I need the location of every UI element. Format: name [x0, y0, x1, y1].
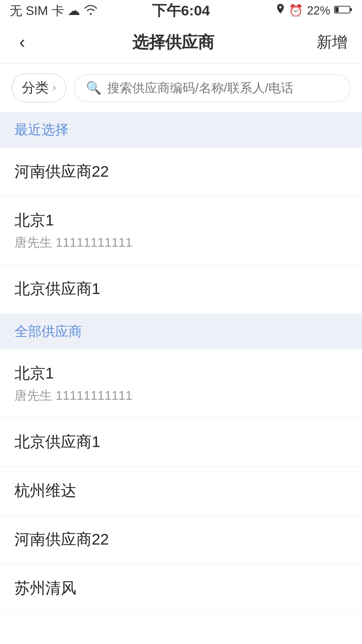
supplier-name: 河南供应商22 — [14, 529, 348, 550]
category-label: 分类 — [22, 79, 49, 97]
wifi-icon — [84, 3, 97, 18]
list-item[interactable]: 苏州清风 — [0, 564, 362, 613]
supplier-name: 北京供应商1 — [14, 279, 348, 300]
status-time: 下午6:04 — [152, 1, 210, 21]
supplier-name: 河南供应商22 — [14, 161, 348, 182]
list-item[interactable]: 北京1 唐先生 11111111111 — [0, 350, 362, 418]
back-button[interactable]: ‹ — [14, 28, 30, 57]
battery-label: 22% — [307, 4, 330, 17]
supplier-contact: 唐先生 11111111111 — [14, 387, 348, 404]
supplier-name: 杭州维达 — [14, 480, 348, 502]
list-item[interactable]: 北京供应商1 — [0, 418, 362, 467]
list-item[interactable]: 北京1 唐先生 11111111111 — [0, 196, 362, 265]
add-button[interactable]: 新增 — [317, 32, 348, 53]
status-right: ⏰ 22% — [276, 4, 352, 17]
recent-list: 河南供应商22 北京1 唐先生 11111111111 北京供应商1 — [0, 148, 362, 314]
list-item[interactable]: 杭州维达 — [0, 467, 362, 516]
recent-section-header: 最近选择 — [0, 112, 362, 148]
alarm-icon: ⏰ — [289, 4, 303, 17]
search-box[interactable]: 🔍 — [74, 74, 350, 102]
supplier-name: 北京供应商1 — [14, 432, 348, 453]
supplier-name: 北京1 — [14, 363, 348, 384]
chevron-right-icon: › — [53, 82, 56, 94]
sim-label: 无 SIM 卡 ☁ — [10, 2, 80, 19]
search-icon: 🔍 — [86, 81, 101, 96]
supplier-name: 苏州清风 — [14, 578, 348, 599]
battery-icon — [334, 4, 352, 17]
status-bar: 无 SIM 卡 ☁ 下午6:04 ⏰ 22% — [0, 0, 362, 21]
all-suppliers-list: 北京1 唐先生 11111111111 北京供应商1 杭州维达 河南供应商22 … — [0, 350, 362, 613]
list-item[interactable]: 北京供应商1 — [0, 265, 362, 314]
supplier-name: 北京1 — [14, 210, 348, 231]
search-input[interactable] — [107, 81, 338, 96]
list-item[interactable]: 河南供应商22 — [0, 148, 362, 196]
location-icon — [276, 4, 285, 17]
all-section-header: 全部供应商 — [0, 314, 362, 350]
nav-bar: ‹ 选择供应商 新增 — [0, 21, 362, 64]
svg-rect-1 — [335, 7, 339, 13]
page-title: 选择供应商 — [132, 31, 214, 54]
supplier-contact: 唐先生 11111111111 — [14, 234, 348, 251]
svg-rect-2 — [350, 8, 352, 11]
list-item[interactable]: 河南供应商22 — [0, 516, 362, 564]
status-left: 无 SIM 卡 ☁ — [10, 2, 97, 19]
category-button[interactable]: 分类 › — [12, 73, 66, 102]
filter-bar: 分类 › 🔍 — [0, 64, 362, 112]
